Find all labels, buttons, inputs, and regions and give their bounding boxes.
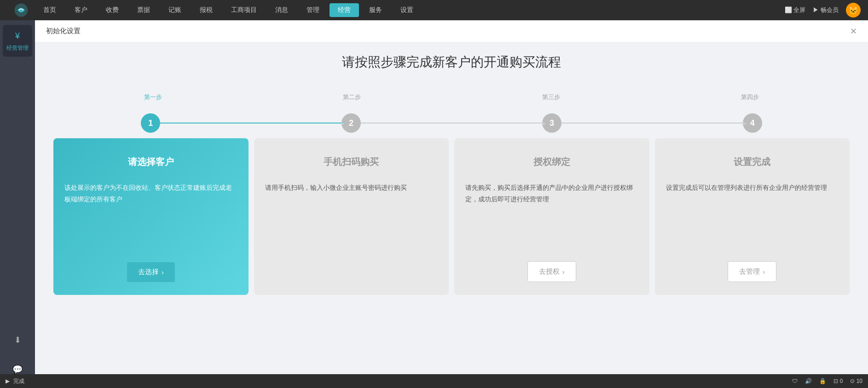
operation-icon: ¥ — [11, 29, 24, 42]
nav-items: 首页 客户 收费 票据 记账 报税 工商项目 消息 管理 经营 服务 设置 — [35, 3, 785, 17]
top-nav: 首页 客户 收费 票据 记账 报税 工商项目 消息 管理 经营 服务 设置 ⬜ … — [0, 0, 868, 20]
step2-card: 手机扫码购买 请用手机扫码，输入小微企业主账号密码进行购买 — [254, 138, 449, 295]
step3-action-button[interactable]: 去授权 › — [527, 261, 576, 282]
step3-card: 授权绑定 请先购买，购买后选择开通的产品中的企业用户进行授权绑定，成功后即可进行… — [454, 138, 649, 295]
step3-card-desc: 请先购买，购买后选择开通的产品中的企业用户进行授权绑定，成功后即可进行经营管理 — [465, 182, 638, 250]
connector2: ▶ — [361, 123, 542, 123]
fullscreen-btn[interactable]: ⬜ 全屏 — [785, 6, 806, 14]
step1-circle: 1 — [141, 113, 160, 133]
step4-card-desc: 设置完成后可以在管理列表进行所有企业用户的经营管理 — [666, 182, 839, 250]
step1-action-button[interactable]: 去选择 › — [127, 262, 175, 282]
logo[interactable] — [7, 3, 35, 18]
nav-message[interactable]: 消息 — [267, 3, 296, 17]
step3-card-title: 授权绑定 — [465, 151, 638, 173]
nav-settings[interactable]: 设置 — [392, 3, 422, 17]
nav-bills[interactable]: 票据 — [129, 3, 158, 17]
shield-icon: 🛡 — [792, 378, 798, 384]
status-text: 完成 — [13, 377, 24, 385]
user-avatar[interactable]: 🐱 — [846, 3, 861, 18]
sidebar-item-operation[interactable]: ¥ 经营管理 — [3, 25, 32, 57]
page-title: 初始化设置 — [46, 27, 81, 35]
play-button[interactable]: ▶ — [6, 378, 10, 384]
network-status: ⊡ 0 — [833, 378, 843, 384]
step1-card-title: 请选择客户 — [64, 151, 237, 173]
step4-label: 第四步 — [741, 93, 759, 101]
step2-card-title: 手机扫码购买 — [265, 151, 438, 173]
nav-fee[interactable]: 收费 — [98, 3, 127, 17]
nav-management[interactable]: 管理 — [298, 3, 328, 17]
nav-bookkeeping[interactable]: 记账 — [160, 3, 190, 17]
sidebar-item-label: 经营管理 — [6, 44, 29, 52]
step1-card-desc: 该处展示的客户为不在回收站、客户状态正常建账后完成老板端绑定的所有客户 — [64, 182, 237, 251]
nav-right: ⬜ 全屏 ▶ 畅会员 🐱 — [785, 3, 861, 18]
step2-label: 第二步 — [343, 93, 361, 101]
lock-icon: 🔒 — [819, 378, 826, 384]
main-area: 初始化设置 ✕ 请按照步骤完成新客户的开通购买流程 第一步 第二步 第三步 第四… — [35, 20, 868, 388]
step2-card-desc: 请用手机扫码，输入小微企业主账号密码进行购买 — [265, 182, 438, 282]
nav-industry[interactable]: 工商项目 — [223, 3, 265, 17]
volume-icon: 🔊 — [805, 378, 812, 384]
step3-label: 第三步 — [542, 93, 560, 101]
nav-operation[interactable]: 经营 — [330, 3, 359, 17]
connector3: ▶ — [561, 123, 743, 123]
sidebar: ¥ 经营管理 ⬇ 💬 — [0, 20, 35, 388]
sidebar-item-download[interactable]: ⬇ — [3, 329, 32, 351]
close-button[interactable]: ✕ — [850, 26, 857, 36]
step4-action-button[interactable]: 去管理 › — [728, 261, 776, 282]
status-bar: ▶ 完成 🛡 🔊 🔒 ⊡ 0 ⊙ 10 — [0, 374, 868, 388]
vip-btn[interactable]: ▶ 畅会员 — [813, 6, 839, 14]
nav-client[interactable]: 客户 — [66, 3, 96, 17]
nav-home[interactable]: 首页 — [35, 3, 64, 17]
status-right: 🛡 🔊 🔒 ⊡ 0 ⊙ 10 — [792, 378, 862, 384]
connector1: ▶ — [160, 123, 341, 123]
content-area: 请按照步骤完成新客户的开通购买流程 第一步 第二步 第三步 第四步 1 ▶ — [35, 42, 868, 388]
step4-card-title: 设置完成 — [666, 151, 839, 173]
cards-row: 请选择客户 该处展示的客户为不在回收站、客户状态正常建账后完成老板端绑定的所有客… — [53, 138, 850, 295]
time-display: ⊙ 10 — [850, 378, 862, 384]
page-header: 初始化设置 ✕ — [35, 20, 868, 42]
nav-tax[interactable]: 报税 — [191, 3, 221, 17]
step4-card: 设置完成 设置完成后可以在管理列表进行所有企业用户的经营管理 去管理 › — [655, 138, 850, 295]
nav-service[interactable]: 服务 — [361, 3, 390, 17]
step1-card: 请选择客户 该处展示的客户为不在回收站、客户状态正常建账后完成老板端绑定的所有客… — [53, 138, 249, 295]
step1-label: 第一步 — [144, 93, 162, 101]
main-heading: 请按照步骤完成新客户的开通购买流程 — [342, 53, 561, 71]
download-icon: ⬇ — [11, 334, 24, 347]
